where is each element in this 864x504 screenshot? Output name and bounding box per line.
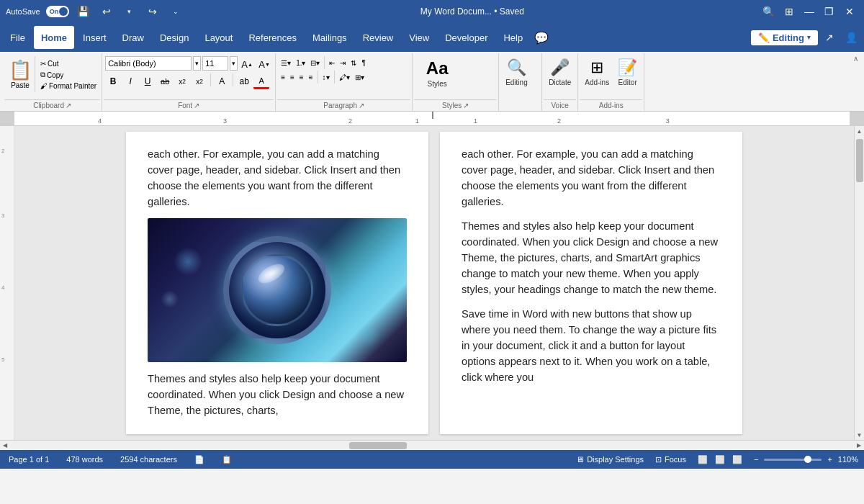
focus-button[interactable]: ⊡ Focus — [652, 454, 689, 466]
text-highlight-button[interactable]: ab — [236, 73, 252, 89]
undo-dropdown-button[interactable]: ▾ — [121, 3, 138, 20]
styles-expand-icon[interactable]: ↗ — [463, 102, 469, 109]
comment-button[interactable]: 💬 — [531, 27, 552, 48]
superscript-button[interactable]: x2 — [192, 73, 207, 89]
show-marks-button[interactable]: ¶ — [359, 56, 367, 69]
vertical-scrollbar[interactable]: ▲ ▼ — [854, 126, 864, 440]
menu-view[interactable]: View — [402, 26, 436, 49]
multilevel-list-button[interactable]: ⊟▾ — [308, 56, 322, 69]
decrease-font-size-button[interactable]: A▼ — [256, 56, 272, 72]
sort-button[interactable]: ⇅ — [348, 56, 359, 69]
cut-button[interactable]: ✂ Cut — [38, 59, 99, 68]
numbering-button[interactable]: 1.▾ — [294, 56, 307, 69]
font-size-dropdown-icon[interactable]: ▾ — [230, 56, 238, 71]
menu-draw[interactable]: Draw — [115, 26, 151, 49]
menu-home[interactable]: Home — [34, 26, 74, 49]
dictate-button[interactable]: 🎤 Dictate — [545, 56, 575, 89]
words-label[interactable]: 478 words — [63, 454, 106, 465]
customize-quick-access-button[interactable]: ⌄ — [167, 3, 184, 20]
autosave-toggle[interactable]: On — [46, 6, 69, 17]
lens-circle — [223, 236, 331, 344]
copy-button[interactable]: ⧉ Copy — [38, 70, 99, 80]
zoom-out-button[interactable]: − — [751, 454, 761, 465]
align-center-button[interactable]: ≡ — [288, 71, 297, 84]
paste-button[interactable]: 📋 Paste — [6, 56, 35, 92]
subscript-button[interactable]: x2 — [174, 73, 190, 89]
italic-button[interactable]: I — [122, 73, 138, 89]
view-web-button[interactable]: ⬜ — [712, 454, 728, 466]
editing-badge[interactable]: ✏️ Editing ▾ — [751, 30, 818, 45]
save-button[interactable]: 💾 — [75, 3, 92, 20]
scroll-down-button[interactable]: ▼ — [855, 430, 865, 440]
view-read-button[interactable]: ⬜ — [729, 454, 745, 466]
addins-icon: ⊞ — [590, 58, 603, 77]
editor-button[interactable]: 📝 Editor — [614, 56, 641, 89]
view-print-button[interactable]: ⬜ — [695, 454, 711, 466]
menu-insert[interactable]: Insert — [76, 26, 114, 49]
share-button[interactable]: ↗ — [819, 27, 840, 48]
addins-button[interactable]: ⊞ Add-ins — [581, 56, 613, 89]
menu-design[interactable]: Design — [153, 26, 196, 49]
strikethrough-button[interactable]: ab — [157, 73, 173, 89]
document-page-left[interactable]: each other. For example, you can add a m… — [126, 132, 428, 434]
shading-button[interactable]: 🖍▾ — [337, 71, 352, 84]
notes2-button[interactable]: 📋 — [219, 454, 235, 466]
justify-button[interactable]: ≡ — [307, 71, 315, 84]
font-name-dropdown-icon[interactable]: ▾ — [193, 56, 201, 71]
borders-button[interactable]: ⊞▾ — [353, 71, 366, 84]
ribbon-display-button[interactable]: ⊞ — [780, 3, 798, 20]
doc-text-col1-p2: Themes and styles also help keep your do… — [148, 371, 407, 418]
zoom-slider-thumb[interactable] — [804, 456, 811, 463]
font-color-button[interactable]: A — [253, 73, 269, 89]
characters-label[interactable]: 2594 characters — [117, 454, 180, 465]
align-left-button[interactable]: ≡ — [279, 71, 287, 84]
menu-references[interactable]: References — [241, 26, 303, 49]
page-label[interactable]: Page 1 of 1 — [6, 454, 52, 465]
bullets-button[interactable]: ☰▾ — [279, 56, 293, 69]
align-right-button[interactable]: ≡ — [297, 71, 306, 84]
display-settings-button[interactable]: 🖥 Display Settings — [573, 454, 647, 465]
editing-button[interactable]: 🔍 Editing — [502, 56, 531, 89]
increase-font-size-button[interactable]: A▲ — [239, 56, 255, 72]
format-painter-button[interactable]: 🖌 Format Painter — [38, 81, 99, 91]
menu-file[interactable]: File — [3, 26, 32, 49]
font-size-input[interactable] — [202, 56, 228, 71]
increase-indent-button[interactable]: ⇥ — [338, 56, 348, 69]
close-button[interactable]: ✕ — [841, 3, 858, 20]
redo-button[interactable]: ↪ — [144, 3, 161, 20]
collapse-ribbon-button[interactable]: ∧ — [850, 53, 861, 64]
font-expand-icon[interactable]: ↗ — [194, 102, 199, 109]
paragraph-expand-icon[interactable]: ↗ — [359, 102, 364, 109]
notes-button[interactable]: 📄 — [192, 454, 207, 466]
line-spacing-button[interactable]: ↕▾ — [320, 71, 332, 84]
decrease-indent-button[interactable]: ⇤ — [327, 56, 337, 69]
para-sep1 — [324, 56, 325, 69]
minimize-button[interactable]: — — [801, 3, 818, 20]
zoom-in-button[interactable]: + — [824, 454, 834, 465]
h-scroll-thumb[interactable] — [349, 442, 407, 449]
scroll-right-button[interactable]: ▶ — [854, 441, 864, 451]
paste-label: Paste — [11, 81, 30, 89]
undo-button[interactable]: ↩ — [98, 3, 115, 20]
styles-button[interactable]: Aa Styles — [415, 56, 459, 90]
restore-button[interactable]: ❐ — [821, 3, 838, 20]
profile-button[interactable]: 👤 — [841, 27, 861, 48]
clear-formatting-button[interactable]: A — [214, 73, 230, 89]
underline-button[interactable]: U — [140, 73, 156, 89]
zoom-slider[interactable] — [764, 459, 822, 461]
scroll-thumb[interactable] — [856, 139, 863, 182]
menu-layout[interactable]: Layout — [197, 26, 240, 49]
menu-mailings[interactable]: Mailings — [305, 26, 354, 49]
bold-button[interactable]: B — [105, 73, 121, 89]
clipboard-expand-icon[interactable]: ↗ — [66, 102, 71, 109]
font-name-input[interactable] — [105, 56, 192, 71]
scroll-up-button[interactable]: ▲ — [855, 126, 865, 136]
document-area[interactable]: each other. For example, you can add a m… — [14, 126, 854, 440]
menu-help[interactable]: Help — [496, 26, 530, 49]
menu-developer[interactable]: Developer — [438, 26, 495, 49]
scroll-left-button[interactable]: ◀ — [0, 441, 10, 451]
search-title-button[interactable]: 🔍 — [760, 3, 778, 20]
menu-review[interactable]: Review — [356, 26, 401, 49]
document-page-right[interactable]: each other. For example, you can add a m… — [440, 132, 742, 434]
styles-icon: Aa — [426, 58, 449, 78]
